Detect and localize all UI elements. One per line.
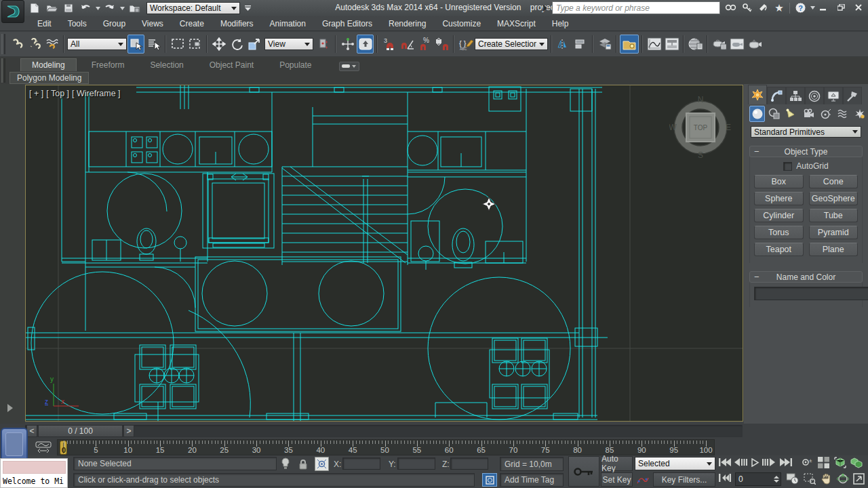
current-frame-field[interactable]: 0 [735, 472, 781, 486]
tab-utilities-icon[interactable] [843, 87, 862, 104]
save-file-button[interactable] [61, 1, 76, 15]
subtab-shapes-icon[interactable] [766, 106, 782, 122]
close-button[interactable] [850, 1, 867, 14]
reference-coordsys-combo[interactable]: View [264, 38, 313, 50]
viewport-menu-shading[interactable]: [ Wireframe ] [72, 89, 121, 98]
primitive-box-button[interactable]: Box [754, 175, 804, 188]
ribbon-tab-modeling[interactable]: Modeling [20, 58, 77, 71]
schematic-view-icon[interactable] [663, 35, 680, 54]
select-and-rotate-icon[interactable] [228, 35, 245, 54]
trackbar-ruler[interactable]: 0510152025303540455055606570758085909510… [57, 439, 715, 455]
time-configuration-icon[interactable] [787, 473, 799, 485]
x-coord-field[interactable] [342, 458, 380, 470]
menu-help[interactable]: Help [545, 18, 576, 30]
subtab-helpers-icon[interactable] [818, 106, 833, 122]
orbit-icon[interactable] [837, 473, 849, 485]
viewport-layout-tab-button[interactable] [1, 428, 28, 462]
menu-edit[interactable]: Edit [30, 18, 59, 30]
project-folder-button[interactable] [127, 1, 142, 15]
select-and-move-icon[interactable] [210, 35, 227, 54]
viewport-menu-pov[interactable]: [ Top ] [46, 89, 69, 98]
key-mode-combo[interactable]: Selected [635, 457, 715, 470]
menu-rendering[interactable]: Rendering [381, 18, 433, 30]
viewcube-north[interactable]: N [698, 96, 704, 104]
viewport-menu-general[interactable]: [ + ] [29, 89, 43, 98]
menu-create[interactable]: Create [172, 18, 212, 30]
zoom-extents-all-icon[interactable] [850, 457, 863, 468]
tab-modify-icon[interactable] [767, 87, 786, 104]
select-and-scale-icon[interactable] [245, 35, 262, 54]
material-editor-icon[interactable] [687, 35, 704, 54]
ribbon-tab-populate[interactable]: Populate [269, 59, 322, 71]
bind-to-space-warp-icon[interactable] [43, 35, 60, 54]
auto-key-button[interactable]: Auto Key [601, 456, 633, 471]
manage-layers-icon[interactable] [596, 35, 613, 54]
ribbon-tab-freeform[interactable]: Freeform [81, 59, 136, 71]
search-input[interactable] [552, 1, 720, 14]
select-and-manipulate-icon[interactable] [339, 35, 356, 54]
percent-snap-toggle-icon[interactable]: % [416, 35, 433, 54]
primitive-torus-button[interactable]: Torus [754, 226, 804, 239]
viewcube-west[interactable]: W [669, 123, 677, 132]
y-coord-field[interactable] [397, 458, 435, 470]
communication-center-icon[interactable] [757, 2, 769, 14]
tab-motion-icon[interactable] [805, 87, 824, 104]
workspace-combo[interactable]: Workspace: Default [146, 2, 240, 14]
search-icon[interactable] [724, 2, 736, 14]
autogrid-checkbox[interactable] [783, 162, 792, 171]
snaps-toggle-3d-icon[interactable]: 3 [380, 35, 397, 54]
restore-button[interactable] [833, 1, 849, 14]
redo-dropdown-arrow[interactable] [119, 1, 125, 15]
timeline-next-button[interactable]: > [123, 425, 134, 437]
name-color-rollout-header[interactable]: − Name and Color [749, 271, 863, 283]
help-icon[interactable]: ? [794, 2, 806, 14]
named-selection-set-combo[interactable]: Create Selection Se [475, 38, 548, 50]
next-frame-icon[interactable] [762, 458, 775, 466]
ribbon-grip[interactable] [1, 58, 5, 83]
primitive-teapot-button[interactable]: Teapot [754, 243, 804, 256]
curve-editor-icon[interactable] [646, 35, 663, 54]
spinner-snap-toggle-icon[interactable] [433, 35, 450, 54]
polygon-modeling-panel-button[interactable]: Polygon Modeling [9, 72, 89, 84]
primitive-plane-button[interactable]: Plane [809, 243, 859, 256]
subtab-cameras-icon[interactable] [801, 106, 816, 122]
primitive-tube-button[interactable]: Tube [809, 209, 859, 222]
sign-in-key-icon[interactable] [741, 2, 753, 14]
new-file-button[interactable] [27, 1, 42, 15]
timeline-previous-button[interactable]: < [26, 425, 37, 437]
menu-views[interactable]: Views [134, 18, 171, 30]
previous-frame-icon[interactable] [734, 458, 747, 466]
object-name-field[interactable] [754, 287, 868, 300]
menu-customize[interactable]: Customize [435, 18, 488, 30]
key-mode-toggle-icon[interactable]: ± [800, 457, 814, 468]
primitive-cone-button[interactable]: Cone [809, 175, 859, 188]
menu-animation[interactable]: Animation [262, 18, 313, 30]
menu-graph-editors[interactable]: Graph Editors [315, 18, 380, 30]
ribbon-minimize-button[interactable] [339, 62, 359, 71]
angle-snap-toggle-icon[interactable] [398, 35, 415, 54]
go-to-start-icon[interactable] [719, 458, 731, 466]
favorites-star-icon[interactable]: ★ [773, 2, 785, 14]
tab-hierarchy-icon[interactable] [786, 87, 805, 104]
mirror-icon[interactable] [555, 35, 572, 54]
rendered-frame-window-icon[interactable] [728, 35, 745, 54]
viewcube[interactable]: N S W E TOP [669, 96, 732, 159]
set-key-button[interactable]: Set Key [601, 472, 633, 487]
selection-filter-combo[interactable]: All [67, 38, 127, 50]
subtab-systems-icon[interactable] [852, 106, 868, 122]
application-menu-button[interactable] [1, 0, 24, 23]
subtab-geometry-icon[interactable] [749, 106, 765, 122]
keyboard-shortcut-override-icon[interactable] [357, 35, 374, 54]
rectangular-selection-region-icon[interactable] [169, 35, 186, 54]
render-production-icon[interactable] [746, 35, 763, 54]
absolute-offset-mode-icon[interactable] [315, 457, 329, 471]
subtab-lights-icon[interactable] [784, 106, 800, 122]
subtab-spacewarps-icon[interactable] [835, 106, 850, 122]
viewcube-south[interactable]: S [698, 150, 703, 159]
primitive-sphere-button[interactable]: Sphere [754, 192, 804, 205]
primitive-pyramid-button[interactable]: Pyramid [809, 226, 859, 239]
go-to-end-icon[interactable] [780, 458, 792, 466]
unlink-selection-icon[interactable] [26, 35, 43, 54]
redo-button[interactable] [102, 1, 117, 15]
toolbar-grip[interactable] [1, 34, 5, 54]
